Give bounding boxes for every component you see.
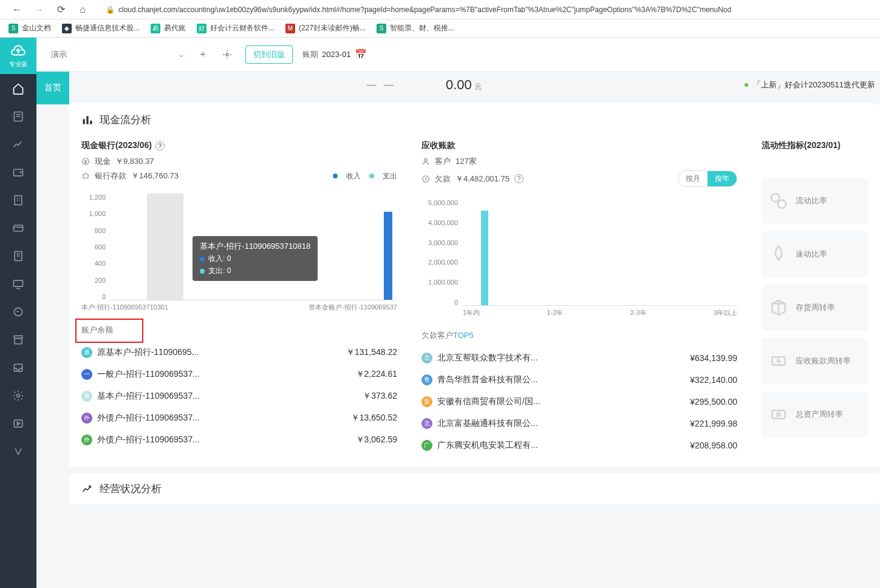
account-badge-icon: 基 bbox=[81, 391, 92, 402]
bookmark-item[interactable]: S智能票、财、税推... bbox=[377, 23, 454, 33]
bookmark-item[interactable]: S金山文档 bbox=[9, 23, 51, 33]
customer-amount: ¥634,139.99 bbox=[690, 353, 737, 363]
nav-settings[interactable] bbox=[0, 382, 36, 409]
bookmark-label: 畅捷通信息技术股... bbox=[75, 23, 140, 33]
old-version-button[interactable]: 切到旧版 bbox=[245, 46, 293, 64]
nav-report[interactable] bbox=[0, 131, 36, 158]
nav-invoice[interactable] bbox=[0, 243, 36, 269]
stat-label: 欠款 bbox=[435, 174, 451, 184]
deposit-stat: 银行存款 ￥146,760.73 bbox=[81, 171, 179, 181]
svg-rect-3 bbox=[15, 196, 22, 205]
toggle-year[interactable]: 按年 bbox=[708, 171, 737, 186]
svg-point-2 bbox=[20, 172, 21, 173]
customer-badge-icon: 安 bbox=[421, 396, 432, 407]
left-nav-rail: 专业版 bbox=[0, 38, 36, 588]
nav-assets[interactable] bbox=[0, 187, 36, 214]
help-icon[interactable]: ? bbox=[155, 141, 165, 150]
customer-badge-icon: 广 bbox=[421, 440, 432, 451]
document-icon bbox=[12, 110, 24, 123]
chart-line-icon bbox=[12, 138, 24, 150]
forward-button[interactable]: → bbox=[32, 2, 46, 17]
nav-funds[interactable] bbox=[0, 159, 36, 186]
customer-name: 北京互帮联众数字技术有... bbox=[437, 353, 538, 363]
bookmark-icon: 易 bbox=[151, 24, 160, 33]
account-row[interactable]: 基基本户-招行-1109069537...￥373.62 bbox=[81, 385, 397, 407]
tab-home[interactable]: 首页 bbox=[36, 72, 69, 104]
news-ticker[interactable]: 「上新」好会计20230511迭代更新 bbox=[745, 79, 875, 90]
home-icon bbox=[12, 83, 24, 95]
bookmark-icon: 好 bbox=[197, 24, 206, 33]
app-logo[interactable]: 专业版 bbox=[0, 38, 36, 74]
stat-value: 127家 bbox=[455, 156, 477, 167]
customer-stat: 客户 127家 bbox=[421, 156, 737, 167]
svg-rect-4 bbox=[14, 225, 23, 231]
metric-card[interactable]: 应收账款周转率 bbox=[762, 338, 868, 384]
org-name: 演示 bbox=[51, 49, 67, 60]
section-title-text: 经营状况分析 bbox=[100, 482, 162, 496]
nav-home[interactable] bbox=[0, 75, 36, 102]
top5-title: 欠款客户TOP5 bbox=[421, 330, 737, 341]
customer-amount: ¥322,140.00 bbox=[690, 375, 737, 385]
y-axis: 5,000,0004,000,0003,000,0002,000,0001,00… bbox=[421, 199, 458, 306]
nav-vip[interactable] bbox=[0, 438, 36, 465]
bookmark-item[interactable]: M(227封未读邮件)畅... bbox=[285, 23, 366, 33]
nav-video[interactable] bbox=[0, 410, 36, 437]
reload-button[interactable]: ⟳ bbox=[53, 2, 68, 17]
account-row[interactable]: 原原基本户-招行-11090695...￥131,548.22 bbox=[81, 342, 397, 363]
x-tick: 2-3年 bbox=[630, 308, 647, 320]
account-row[interactable]: 外外债户-招行-1109069537...￥3,062.59 bbox=[81, 429, 397, 451]
nav-salary[interactable] bbox=[0, 215, 36, 242]
period-label: 账期 bbox=[302, 49, 318, 60]
x-tick: 3年以上 bbox=[714, 308, 737, 320]
settings-button[interactable] bbox=[217, 45, 237, 64]
chart-bar bbox=[384, 212, 392, 300]
account-badge-icon: 外 bbox=[81, 434, 92, 445]
inbox-icon bbox=[12, 362, 24, 374]
account-row[interactable]: 外外债户-招行-1109069537...￥13,650.52 bbox=[81, 407, 397, 429]
calendar-icon[interactable]: 📅 bbox=[355, 49, 367, 60]
customer-name: 安徽有信商贸有限公司/国... bbox=[437, 396, 541, 407]
logo-subtitle: 专业版 bbox=[9, 60, 27, 69]
bookmark-item[interactable]: 易易代账 bbox=[151, 23, 186, 33]
chart-plot: 基本户-招行-110906953710818 收入: 0 支出: 0 bbox=[111, 194, 397, 300]
metric-card[interactable]: 总资产周转率 bbox=[762, 391, 868, 438]
gear-icon bbox=[12, 390, 24, 402]
metric-card[interactable]: 速动比率 bbox=[762, 231, 868, 277]
section-title-text: 现金流分析 bbox=[100, 113, 151, 127]
nav-voucher[interactable] bbox=[0, 103, 36, 130]
metric-card[interactable]: 存货周转率 bbox=[762, 285, 868, 331]
customer-row[interactable]: 安安徽有信商贸有限公司/国...¥295,500.00 bbox=[421, 391, 737, 413]
bookmark-item[interactable]: ◆畅捷通信息技术股... bbox=[62, 23, 140, 33]
page-tabs: 首页 bbox=[36, 72, 69, 104]
customer-row[interactable]: 青青岛华胜普金科技有限公...¥322,140.00 bbox=[421, 369, 737, 391]
customer-badge-icon: 北 bbox=[421, 353, 432, 363]
chart-highlight bbox=[147, 194, 183, 300]
metric-card[interactable]: 流动比率 bbox=[762, 178, 868, 224]
nav-inbox[interactable] bbox=[0, 354, 36, 381]
add-button[interactable]: ＋ bbox=[193, 45, 213, 64]
ar-chart: 5,000,0004,000,0003,000,0002,000,0001,00… bbox=[421, 199, 737, 320]
customer-row[interactable]: 北北京互帮联众数字技术有...¥634,139.99 bbox=[421, 347, 737, 369]
url-bar[interactable]: 🔒 cloud.chanjet.com/accounting/uw1eb00zy… bbox=[106, 2, 874, 17]
rocket-icon bbox=[769, 245, 788, 264]
help-icon[interactable]: ? bbox=[514, 174, 524, 183]
nav-archive[interactable] bbox=[0, 326, 36, 353]
account-row[interactable]: 一一般户-招行-1109069537...￥2,224.61 bbox=[81, 363, 397, 385]
placeholder-dashes: — — bbox=[367, 79, 396, 90]
receipt-icon bbox=[12, 250, 24, 262]
home-button[interactable]: ⌂ bbox=[75, 2, 90, 17]
customer-row[interactable]: 北北京富基融通科技有限公...¥221,999.98 bbox=[421, 413, 737, 434]
liquidity-column: 流动性指标(2023/01) 流动比率 速动比率 存货周转率 应收账款周转率 总… bbox=[762, 140, 868, 456]
bookmark-item[interactable]: 好好会计云财务软件... bbox=[197, 23, 275, 33]
svg-rect-23 bbox=[772, 410, 785, 418]
nav-tax[interactable] bbox=[0, 271, 36, 297]
nav-smart[interactable] bbox=[0, 299, 36, 325]
period-toggle[interactable]: 按月 按年 bbox=[678, 171, 737, 187]
toggle-month[interactable]: 按月 bbox=[678, 171, 708, 186]
customer-row[interactable]: 广广东腾安机电安装工程有...¥208,958.00 bbox=[421, 434, 737, 456]
back-button[interactable]: ← bbox=[10, 2, 24, 17]
banner-row: — — 0.00元 「上新」好会计20230511迭代更新 bbox=[69, 72, 880, 98]
org-dropdown[interactable]: 演示 ⌄ bbox=[45, 44, 191, 66]
bookmark-label: (227封未读邮件)畅... bbox=[299, 23, 366, 33]
svg-rect-15 bbox=[86, 116, 88, 124]
